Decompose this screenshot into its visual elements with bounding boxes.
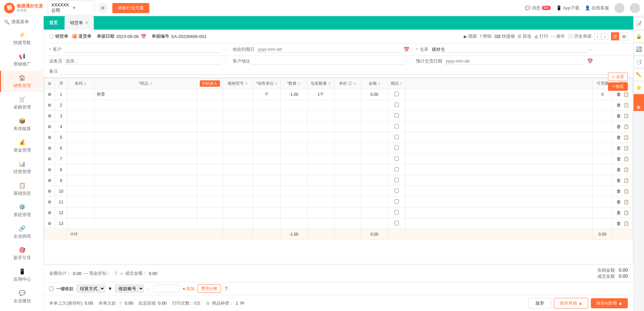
row-price[interactable]	[334, 197, 361, 207]
row-pkg-qty[interactable]	[307, 132, 334, 143]
gift-checkbox[interactable]	[394, 92, 399, 96]
row-barcode[interactable]	[67, 207, 94, 218]
barcode-input[interactable]	[71, 221, 91, 226]
row-barcode[interactable]	[67, 132, 94, 143]
row-settings-icon[interactable]: ⚙	[44, 89, 55, 100]
sidebar-item-quick-nav[interactable]: ⚡ 快捷导航	[0, 28, 43, 49]
row-qty[interactable]: -1.00	[280, 89, 307, 100]
row-price[interactable]	[334, 89, 361, 100]
row-spec[interactable]	[223, 132, 253, 143]
row-product[interactable]	[94, 154, 197, 164]
gift-checkbox[interactable]	[394, 113, 399, 118]
gift-checkbox[interactable]	[394, 103, 399, 107]
row-spec[interactable]	[223, 143, 253, 154]
row-unit[interactable]	[253, 186, 280, 197]
sidebar-item-enterprise[interactable]: 🔗 企业协同	[0, 221, 43, 243]
row-qty[interactable]	[280, 175, 307, 186]
customer-dots[interactable]: ···	[222, 47, 226, 52]
customer-addr-dots[interactable]: ···	[406, 59, 409, 64]
row-amount[interactable]	[361, 164, 388, 175]
row-spec[interactable]	[223, 218, 253, 229]
barcode-input[interactable]	[71, 124, 91, 129]
row-gift[interactable]	[388, 121, 406, 132]
row-amount[interactable]	[361, 218, 388, 229]
row-unit[interactable]	[253, 143, 280, 154]
operations-link[interactable]: ⋯ 操作	[551, 33, 565, 39]
tab-home[interactable]: 首页	[44, 16, 63, 30]
row-qty[interactable]	[280, 111, 307, 121]
row-product[interactable]	[94, 207, 197, 218]
row-product[interactable]	[94, 132, 197, 143]
gift-checkbox[interactable]	[394, 135, 399, 139]
history-link[interactable]: 📄 历史单据	[568, 33, 592, 39]
row-gift[interactable]	[388, 100, 406, 111]
copy-icon[interactable]: 📋	[623, 146, 629, 151]
row-pkg-qty[interactable]: 1个	[307, 89, 334, 100]
row-pkg-qty[interactable]	[307, 218, 334, 229]
barcode-input[interactable]	[71, 135, 91, 140]
row-gift[interactable]	[388, 207, 406, 218]
gift-checkbox[interactable]	[394, 199, 399, 204]
barcode-input[interactable]	[71, 92, 91, 97]
row-pkg-qty[interactable]	[307, 207, 334, 218]
row-barcode[interactable]	[67, 197, 94, 207]
delete-icon[interactable]: 🗑	[616, 92, 621, 97]
row-product[interactable]	[94, 164, 197, 175]
shortcut-link[interactable]: ⌨ 快捷键	[494, 33, 515, 39]
row-pkg-qty[interactable]	[307, 143, 334, 154]
warehouse-dots[interactable]: ···	[589, 47, 593, 52]
row-qty[interactable]	[280, 218, 307, 229]
row-amount[interactable]	[361, 186, 388, 197]
sidebar-item-system[interactable]: ⚙️ 系统管理	[0, 200, 43, 221]
row-amount[interactable]	[361, 111, 388, 121]
right-panel-btn-2[interactable]: 🔒	[634, 30, 644, 42]
due-date-input[interactable]	[257, 46, 402, 53]
sidebar-search[interactable]: 🔍 搜索菜单	[0, 16, 43, 28]
settings-button[interactable]: ⚙	[98, 3, 108, 13]
row-product[interactable]	[94, 121, 197, 132]
right-panel-btn-4[interactable]: 📑	[634, 56, 644, 68]
row-gift[interactable]	[388, 132, 406, 143]
fee-split-button[interactable]: 费用分摊	[197, 284, 221, 293]
row-pkg-qty[interactable]	[307, 175, 334, 186]
copy-icon[interactable]: 📋	[623, 113, 629, 118]
row-gift[interactable]	[388, 89, 406, 100]
row-settings-icon[interactable]: ⚙	[44, 207, 55, 218]
row-remark[interactable]	[406, 154, 593, 164]
right-panel-orange-btn[interactable]: 收款	[634, 94, 644, 111]
settings-form-button[interactable]: ⊙ 设置	[608, 73, 628, 81]
row-barcode[interactable]	[67, 121, 94, 132]
tab-close-icon[interactable]: ✕	[85, 21, 88, 25]
row-product[interactable]	[94, 218, 197, 229]
row-price[interactable]	[334, 186, 361, 197]
sidebar-item-inventory[interactable]: 📦 库存核算	[0, 114, 43, 135]
row-pkg-qty[interactable]	[307, 100, 334, 111]
sidebar-item-guide[interactable]: 🎯 新手引导	[0, 243, 43, 264]
row-remark[interactable]	[406, 143, 593, 154]
barcode-input[interactable]	[71, 103, 91, 108]
row-settings-icon[interactable]: ⚙	[44, 197, 55, 207]
row-settings-icon[interactable]: ⚙	[44, 143, 55, 154]
row-settings-icon[interactable]: ⚙	[44, 100, 55, 111]
row-product[interactable]	[94, 100, 197, 111]
sidebar-item-app-center[interactable]: 📱 应用中心	[0, 264, 43, 286]
scan-btn[interactable]: 扫码录入	[200, 80, 220, 87]
right-panel-btn-1[interactable]: 📝	[634, 17, 644, 30]
row-spec[interactable]	[223, 175, 253, 186]
row-gift[interactable]	[388, 218, 406, 229]
filter-link[interactable]: ☰ 筛选	[518, 33, 531, 39]
copy-icon[interactable]: 📋	[623, 221, 629, 226]
copy-icon[interactable]: 📋	[623, 135, 629, 140]
warehouse-input[interactable]	[430, 46, 587, 53]
expected-date-input[interactable]	[444, 58, 585, 65]
grid-view-button[interactable]: ⊞	[620, 32, 628, 40]
online-service-button[interactable]: 👤 在线客服	[585, 5, 609, 11]
barcode-input[interactable]	[71, 146, 91, 151]
copy-icon[interactable]: 📋	[623, 103, 629, 108]
customer-input[interactable]	[64, 46, 220, 53]
row-unit[interactable]	[253, 164, 280, 175]
barcode-input[interactable]	[71, 178, 91, 183]
row-pkg-qty[interactable]	[307, 154, 334, 164]
row-gift[interactable]	[388, 164, 406, 175]
row-remark[interactable]	[406, 121, 593, 132]
